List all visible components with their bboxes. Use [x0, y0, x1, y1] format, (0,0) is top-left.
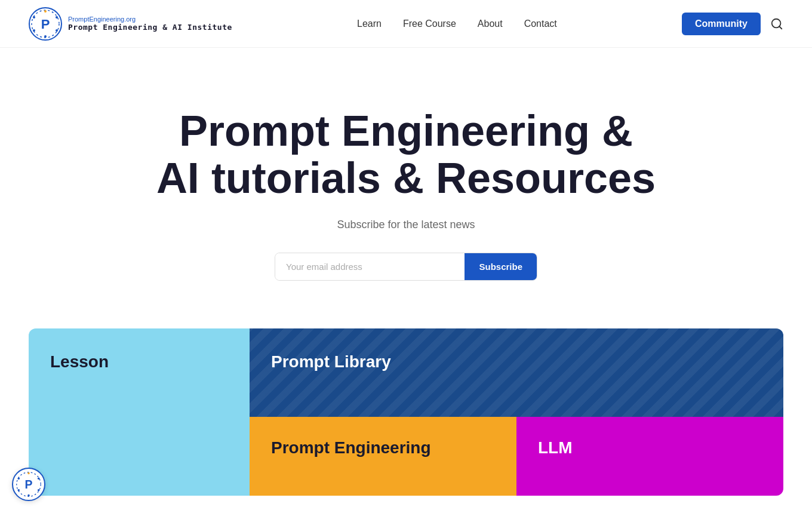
svg-point-14 — [38, 489, 40, 492]
card-bottom-row: Prompt Engineering LLM — [250, 417, 783, 496]
svg-point-5 — [44, 35, 47, 38]
hero-title-line2: AI tutorials & Resources — [156, 154, 656, 202]
prompt-library-card-title: Prompt Library — [271, 352, 391, 371]
card-prompt-engineering[interactable]: Prompt Engineering — [250, 417, 516, 496]
nav-right: Community — [682, 13, 783, 35]
navbar: P PromptEngineering.org Prompt Engineeri… — [0, 0, 812, 48]
nav-link-about[interactable]: About — [478, 19, 503, 29]
svg-point-17 — [18, 478, 20, 480]
svg-point-7 — [33, 16, 35, 19]
nav-link-learn[interactable]: Learn — [357, 19, 382, 29]
logo-domain: PromptEngineering.org — [68, 16, 232, 23]
logo-text: PromptEngineering.org Prompt Engineering… — [68, 16, 232, 32]
cards-section: Lesson Prompt Library Prompt Engineering… — [0, 328, 812, 496]
card-prompt-library[interactable]: Prompt Library — [250, 328, 783, 417]
community-button[interactable]: Community — [682, 13, 761, 35]
svg-point-3 — [56, 16, 58, 19]
llm-card-title: LLM — [538, 438, 762, 457]
logo[interactable]: P PromptEngineering.org Prompt Engineeri… — [29, 7, 232, 41]
svg-point-6 — [33, 29, 35, 32]
svg-point-4 — [56, 29, 58, 32]
hero-subtitle: Subscribe for the latest news — [337, 219, 475, 231]
svg-text:P: P — [41, 17, 50, 32]
nav-link-free-course[interactable]: Free Course — [403, 19, 456, 29]
lesson-card-title: Lesson — [50, 352, 228, 371]
card-lesson[interactable]: Lesson — [29, 328, 250, 496]
email-input[interactable] — [275, 253, 465, 280]
floating-logo[interactable]: P — [12, 468, 45, 501]
card-llm[interactable]: LLM — [516, 417, 783, 496]
hero-title-line1: Prompt Engineering & — [179, 107, 633, 155]
logo-tagline: Prompt Engineering & AI Institute — [68, 23, 232, 32]
svg-point-15 — [27, 494, 30, 497]
prompt-engineering-card-title: Prompt Engineering — [271, 438, 495, 457]
nav-link-contact[interactable]: Contact — [524, 19, 557, 29]
subscribe-form: Subscribe — [275, 253, 537, 281]
svg-point-12 — [27, 472, 30, 475]
nav-links: Learn Free Course About Contact — [357, 19, 557, 29]
svg-line-9 — [779, 26, 782, 29]
hero-title: Prompt Engineering & AI tutorials & Reso… — [156, 107, 656, 202]
svg-point-13 — [38, 478, 40, 480]
svg-point-2 — [44, 10, 47, 13]
logo-icon: P — [29, 7, 62, 41]
subscribe-button[interactable]: Subscribe — [465, 253, 537, 280]
svg-point-16 — [18, 489, 20, 492]
search-button[interactable] — [770, 17, 783, 30]
svg-text:P: P — [25, 478, 33, 491]
hero-section: Prompt Engineering & AI tutorials & Reso… — [0, 48, 812, 328]
